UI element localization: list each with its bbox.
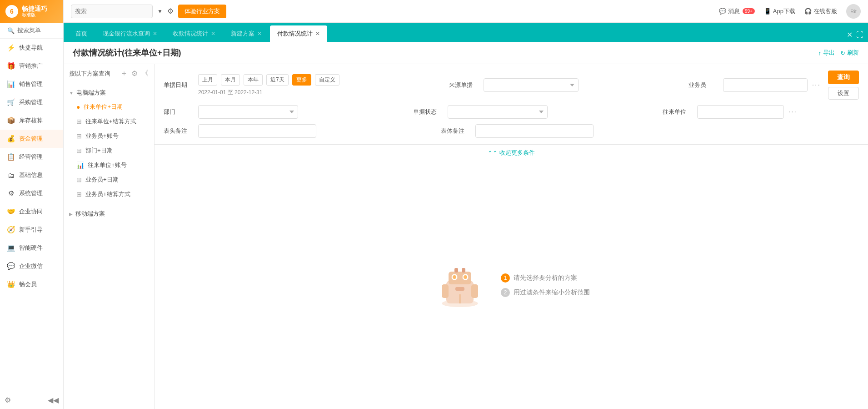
sidebar-item-system[interactable]: ⚙ 系统管理 (0, 184, 63, 202)
sidebar-item-quick-nav[interactable]: ⚡ 快捷导航 (0, 39, 63, 57)
doc-status-select[interactable] (448, 105, 548, 119)
scheme-item-staff-settle[interactable]: ⊞ 业务员+结算方式 (64, 187, 154, 202)
tab-bank-flow[interactable]: 现金银行流水查询 ✕ (95, 25, 165, 42)
settings-footer-icon[interactable]: ⚙ (5, 396, 11, 404)
sidebar-item-hardware[interactable]: 💻 智能硬件 (0, 239, 63, 257)
empty-tip-2: 2 用过滤条件来缩小分析范围 (501, 288, 590, 297)
expand-tabs-btn[interactable]: ⛶ (856, 31, 863, 39)
btn-this-month[interactable]: 本月 (221, 74, 240, 86)
refresh-icon: ↻ (840, 50, 845, 56)
messages-btn[interactable]: 💬 消息 99+ (719, 7, 755, 15)
source-select[interactable] (484, 78, 579, 92)
sidebar-item-purchase[interactable]: 🛒 采购管理 (0, 93, 63, 111)
empty-illustration (433, 258, 487, 313)
refresh-button[interactable]: ↻ 刷新 (840, 49, 859, 57)
scheme-item-partner-date[interactable]: ● 往来单位+日期 (64, 100, 154, 114)
sidebar-item-sales[interactable]: 📊 销售管理 (0, 75, 63, 93)
svg-point-9 (453, 275, 456, 279)
scheme-item-staff-account[interactable]: ⊞ 业务员+账号 (64, 129, 154, 143)
filter-area: 单据日期 上月 本月 本年 近7天 更多 自定义 2022-01-01 至 20… (155, 64, 868, 145)
avatar-text: Rit (850, 9, 856, 14)
phone-icon: 📱 (764, 8, 771, 15)
staff-label: 业务员 (688, 81, 716, 89)
btn-last-7days[interactable]: 近7天 (266, 74, 289, 86)
tab-pay-stat[interactable]: 付款情况统计 ✕ (270, 25, 327, 42)
scheme-item-icon-table2: ⊞ (76, 132, 82, 140)
collapse-scheme-icon[interactable]: 《 (141, 69, 149, 78)
user-avatar[interactable]: Rit (846, 4, 861, 19)
sidebar-item-operation[interactable]: 📋 经营管理 (0, 148, 63, 166)
tab-new-scheme[interactable]: 新建方案 ✕ (224, 25, 269, 42)
topbar-dropdown-icon[interactable]: ▼ (157, 8, 163, 15)
tab-home-label: 首页 (75, 30, 87, 38)
scheme-section-desktop-header[interactable]: ▼ 电脑端方案 (64, 86, 154, 100)
sidebar-item-wechat[interactable]: 💬 企业微信 (0, 257, 63, 275)
purchase-icon: 🛒 (6, 98, 15, 107)
export-button[interactable]: ↑ 导出 (818, 49, 835, 57)
btn-last-month[interactable]: 上月 (198, 74, 217, 86)
btn-this-year[interactable]: 本年 (244, 74, 263, 86)
sidebar-item-guide[interactable]: 🧭 新手引导 (0, 221, 63, 239)
btn-more-dates[interactable]: 更多 (292, 74, 311, 86)
scheme-item-staff-date[interactable]: ⊞ 业务员+日期 (64, 172, 154, 187)
staff-more-dots[interactable]: ··· (812, 81, 821, 89)
search-menu[interactable]: 🔍 搜索菜单 (0, 23, 63, 39)
close-all-tabs-btn[interactable]: ✕ (847, 30, 853, 39)
sidebar-item-marketing[interactable]: 🎁 营销推广 (0, 57, 63, 75)
scheme-section-mobile-header[interactable]: ▶ 移动端方案 (64, 207, 154, 221)
scheme-item-label: 业务员+账号 (85, 132, 119, 140)
tab-pay-stat-close[interactable]: ✕ (315, 30, 320, 37)
scheme-settings-icon[interactable]: ⚙ (131, 69, 138, 78)
btn-custom-date[interactable]: 自定义 (315, 74, 339, 86)
date-btns-group: 上月 本月 本年 近7天 更多 自定义 2022-01-01 至 2022-12… (198, 74, 339, 96)
scheme-panel-header: 按以下方案查询 ＋ ⚙ 《 (64, 64, 154, 83)
sidebar-item-basic[interactable]: 🗂 基础信息 (0, 166, 63, 184)
topbar: ▼ ⚙ 体验行业方案 💬 消息 99+ 📱 App下载 🎧 在线客服 Rit (64, 0, 868, 23)
sidebar-item-enterprise[interactable]: 🤝 企业协同 (0, 202, 63, 221)
tab-home[interactable]: 首页 (68, 25, 95, 42)
sidebar-item-label: 库存核算 (19, 116, 43, 125)
system-icon: ⚙ (6, 189, 15, 198)
sidebar: 6 畅捷通巧 标准版 🔍 搜索菜单 ⚡ 快捷导航 🎁 营销推广 📊 销售管理 🛒… (0, 0, 64, 409)
sidebar-item-finance[interactable]: 💰 资金管理 (0, 130, 63, 148)
marketing-icon: 🎁 (6, 61, 15, 71)
app-download-btn[interactable]: 📱 App下载 (764, 7, 795, 15)
tab-bank-flow-close[interactable]: ✕ (153, 30, 157, 37)
partner-more-dots[interactable]: ··· (788, 108, 797, 116)
topbar-settings-icon[interactable]: ⚙ (167, 7, 174, 15)
app-download-label: App下载 (773, 7, 795, 15)
scheme-item-icon-chart: 📊 (76, 162, 84, 169)
body-note-col (475, 124, 685, 138)
add-scheme-icon[interactable]: ＋ (120, 69, 128, 78)
tab-payment-stat-close[interactable]: ✕ (211, 30, 215, 37)
messages-label: 消息 (728, 7, 740, 15)
dept-select[interactable] (198, 105, 298, 119)
query-button[interactable]: 查询 (828, 71, 859, 84)
scheme-item-icon-table3: ⊞ (76, 147, 82, 154)
header-note-input[interactable] (198, 124, 316, 138)
settings-button[interactable]: 设置 (828, 87, 859, 100)
sidebar-item-inventory[interactable]: 📦 库存核算 (0, 111, 63, 130)
topbar-right: 💬 消息 99+ 📱 App下载 🎧 在线客服 Rit (719, 4, 861, 19)
sidebar-item-member[interactable]: 👑 畅会员 (0, 275, 63, 293)
topbar-search-input[interactable] (71, 5, 153, 18)
collapse-sidebar-icon[interactable]: ◀◀ (48, 396, 59, 404)
staff-input[interactable] (723, 78, 808, 92)
scheme-item-partner-settle[interactable]: ⊞ 往来单位+结算方式 (64, 114, 154, 129)
scheme-item-label: 部门+日期 (85, 146, 113, 155)
scheme-item-label: 往来单位+结算方式 (85, 117, 136, 126)
trial-button[interactable]: 体验行业方案 (178, 5, 226, 18)
scheme-item-dept-date[interactable]: ⊞ 部门+日期 (64, 143, 154, 158)
collapse-conditions-btn[interactable]: ⌃⌃ 收起更多条件 (155, 145, 868, 161)
body-note-input[interactable] (475, 124, 594, 138)
partner-select-col: ··· (697, 105, 797, 119)
tab-payment-stat[interactable]: 收款情况统计 ✕ (165, 25, 223, 42)
online-service-label: 在线客服 (813, 7, 837, 15)
scheme-item-partner-account[interactable]: 📊 往来单位+账号 (64, 158, 154, 172)
tab-new-scheme-close[interactable]: ✕ (257, 30, 262, 37)
sidebar-item-label: 企业微信 (19, 262, 43, 270)
sidebar-footer: ⚙ ◀◀ (0, 391, 63, 409)
partner-input[interactable] (697, 105, 784, 119)
desktop-section-label: 电脑端方案 (76, 89, 106, 97)
online-service-btn[interactable]: 🎧 在线客服 (804, 7, 837, 15)
